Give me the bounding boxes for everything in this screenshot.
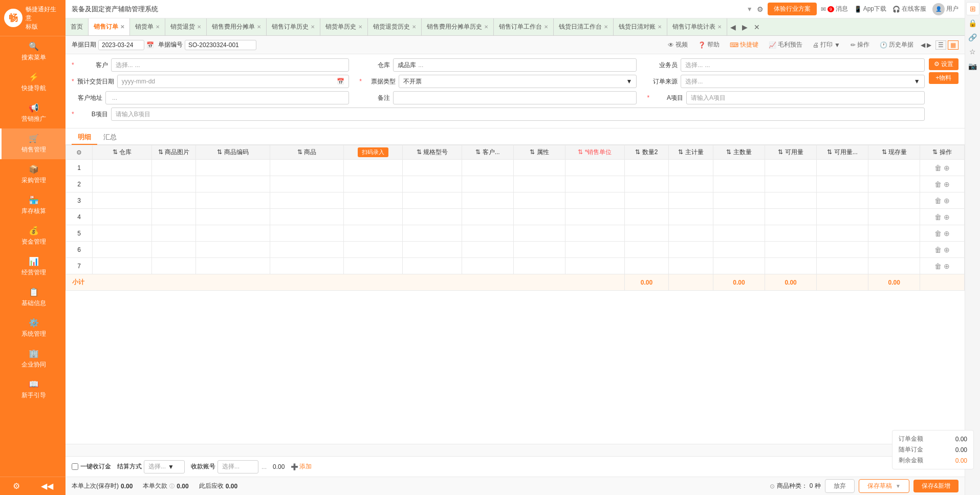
copy-icon[interactable]: ⊕ — [944, 213, 950, 221]
tab-4[interactable]: 销售费用分摊单✕ — [207, 18, 267, 35]
cell-unit[interactable] — [565, 209, 625, 225]
tab-close-all-button[interactable]: ✕ — [751, 23, 763, 31]
tab-11[interactable]: 钱货日清对账✕ — [614, 18, 667, 35]
order-no-input[interactable] — [185, 40, 256, 50]
cell-stock[interactable] — [868, 258, 920, 274]
cell-attr[interactable] — [514, 160, 565, 176]
cell-avail[interactable] — [765, 176, 817, 192]
cell-product[interactable] — [270, 160, 343, 176]
cell-avail2[interactable] — [817, 176, 868, 192]
right-panel-star-icon[interactable]: ☆ — [966, 45, 979, 58]
cell-main_qty[interactable] — [713, 225, 765, 242]
tab-close-9[interactable]: ✕ — [544, 24, 548, 30]
cell-main_qty[interactable] — [713, 192, 765, 209]
cell-spec[interactable] — [403, 160, 462, 176]
cell-scan[interactable] — [343, 258, 403, 274]
cell-warehouse[interactable] — [92, 160, 151, 176]
order-source-select[interactable]: 选择... ▼ — [681, 75, 924, 88]
message-button[interactable]: ✉ 9 消息 — [821, 5, 848, 13]
tab-close-8[interactable]: ✕ — [484, 24, 488, 30]
delete-icon[interactable]: 🗑 — [934, 262, 942, 270]
cell-main_unit[interactable] — [669, 258, 713, 274]
tab-close-11[interactable]: ✕ — [658, 24, 662, 30]
right-panel-link-icon[interactable]: 🔗 — [966, 31, 979, 44]
copy-icon[interactable]: ⊕ — [944, 246, 950, 254]
cell-code[interactable] — [196, 242, 270, 258]
cell-main_qty[interactable] — [713, 176, 765, 192]
delete-icon[interactable]: 🗑 — [934, 164, 942, 172]
cell-unit[interactable] — [565, 160, 625, 176]
tab-0[interactable]: 首页 — [66, 18, 89, 35]
tab-close-10[interactable]: ✕ — [604, 24, 608, 30]
tab-close-6[interactable]: ✕ — [358, 24, 362, 30]
tab-6[interactable]: 销货单历史✕ — [320, 18, 368, 35]
cell-cust[interactable] — [462, 160, 513, 176]
tab-close-12[interactable]: ✕ — [717, 24, 722, 30]
date-picker-icon[interactable]: 📅 — [337, 78, 344, 85]
cell-code[interactable] — [196, 192, 270, 209]
cell-unit[interactable] — [565, 192, 625, 209]
cell-main_unit[interactable] — [669, 176, 713, 192]
settings-button[interactable]: ⚙ 设置 — [929, 58, 959, 70]
cell-main_qty[interactable] — [713, 160, 765, 176]
cell-main_qty[interactable] — [713, 258, 765, 274]
cell-scan[interactable] — [343, 176, 403, 192]
cell-qty2[interactable] — [624, 209, 669, 225]
collapse-icon[interactable]: ◀◀ — [41, 481, 53, 491]
history-button[interactable]: 🕐 历史单据 — [877, 39, 917, 50]
cell-img[interactable] — [151, 209, 196, 225]
cell-avail[interactable] — [765, 192, 817, 209]
cell-qty2[interactable] — [624, 192, 669, 209]
add-goods-button[interactable]: +物料 — [929, 72, 959, 84]
cell-op[interactable]: 🗑⊕ — [920, 225, 965, 242]
cell-code[interactable] — [196, 258, 270, 274]
copy-icon[interactable]: ⊕ — [944, 262, 950, 270]
tab-3[interactable]: 销货退货✕ — [165, 18, 207, 35]
online-support-button[interactable]: 🎧 在线客服 — [892, 5, 926, 13]
cell-main_qty[interactable] — [713, 209, 765, 225]
date-input[interactable] — [98, 40, 144, 50]
card-view-icon[interactable]: ▦ — [948, 40, 959, 50]
cell-op[interactable]: 🗑⊕ — [920, 209, 965, 225]
copy-icon[interactable]: ⊕ — [944, 197, 950, 205]
cell-avail[interactable] — [765, 225, 817, 242]
cell-attr[interactable] — [514, 209, 565, 225]
cell-op[interactable]: 🗑⊕ — [920, 258, 965, 274]
next-record-icon[interactable]: ▶ — [927, 41, 931, 49]
list-view-icon[interactable]: ☰ — [935, 40, 946, 50]
cell-cust[interactable] — [462, 242, 513, 258]
cell-avail[interactable] — [765, 209, 817, 225]
cell-main_unit[interactable] — [669, 225, 713, 242]
cell-avail2[interactable] — [817, 258, 868, 274]
cell-warehouse[interactable] — [92, 225, 151, 242]
right-panel-view-icon[interactable]: ⊞ — [966, 2, 979, 15]
cell-spec[interactable] — [403, 192, 462, 209]
tab-8[interactable]: 销售费用分摊单历史✕ — [422, 18, 494, 35]
sidebar-item-operations[interactable]: 📊经营管理 — [0, 251, 66, 282]
cell-main_unit[interactable] — [669, 192, 713, 209]
cell-code[interactable] — [196, 225, 270, 242]
tab-7[interactable]: 销货退货历史✕ — [368, 18, 422, 35]
b-project-input[interactable]: 请输入B项目 — [111, 107, 925, 121]
cell-attr[interactable] — [514, 176, 565, 192]
copy-icon[interactable]: ⊕ — [944, 180, 950, 188]
right-panel-lock-icon[interactable]: 🔒 — [966, 16, 979, 30]
cell-cust[interactable] — [462, 176, 513, 192]
cell-warehouse[interactable] — [92, 258, 151, 274]
cell-attr[interactable] — [514, 192, 565, 209]
cell-spec[interactable] — [403, 225, 462, 242]
cell-product[interactable] — [270, 225, 343, 242]
save-new-button[interactable]: 保存&新增 — [913, 480, 959, 492]
sidebar-item-guide[interactable]: 📖新手引导 — [0, 374, 66, 405]
cell-code[interactable] — [196, 160, 270, 176]
customer-addr-input[interactable]: ... — [105, 91, 349, 104]
detail-tab-0[interactable]: 明细 — [72, 131, 97, 145]
copy-icon[interactable]: ⊕ — [944, 164, 950, 172]
cell-warehouse[interactable] — [92, 209, 151, 225]
user-avatar[interactable]: 👤 用户 — [932, 3, 959, 15]
cell-scan[interactable] — [343, 192, 403, 209]
delete-icon[interactable]: 🗑 — [934, 246, 942, 254]
cell-avail2[interactable] — [817, 242, 868, 258]
tab-close-5[interactable]: ✕ — [311, 24, 315, 30]
cell-product[interactable] — [270, 192, 343, 209]
